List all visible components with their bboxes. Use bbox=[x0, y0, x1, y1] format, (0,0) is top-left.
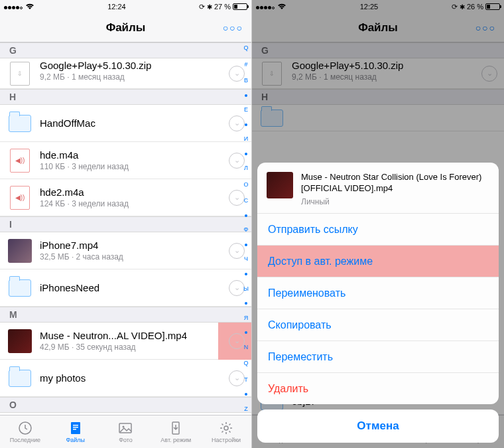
index-letter[interactable]: Z bbox=[244, 406, 248, 412]
svg-rect-2 bbox=[73, 425, 78, 426]
rotation-lock-icon: ⟳ bbox=[199, 3, 205, 11]
section-header: I bbox=[0, 216, 251, 232]
battery-icon bbox=[233, 3, 247, 10]
index-letter[interactable]: Q bbox=[243, 45, 248, 51]
tab-1[interactable]: Файлы bbox=[50, 415, 101, 448]
wifi-icon bbox=[25, 3, 34, 10]
index-letter[interactable]: N bbox=[244, 344, 249, 350]
index-dot[interactable] bbox=[245, 331, 247, 334]
index-letter[interactable]: # bbox=[244, 62, 247, 68]
svg-point-8 bbox=[224, 426, 228, 430]
list-item[interactable]: Muse - Neutron...AL VIDEO].mp442,9 МБ · … bbox=[0, 323, 251, 360]
index-dot[interactable] bbox=[245, 393, 247, 396]
file-meta: 32,5 МБ · 2 часа назад bbox=[40, 252, 218, 261]
file-name: iPhonesNeed bbox=[40, 282, 218, 293]
battery-percent: 27 % bbox=[214, 3, 231, 11]
sheet-option[interactable]: Отправить ссылку bbox=[257, 213, 499, 245]
nav-header: Файлы ○○○ bbox=[0, 13, 251, 42]
index-letter[interactable]: T bbox=[244, 377, 248, 383]
list-item[interactable]: iPhonesNeed⌄ bbox=[0, 269, 251, 307]
index-letter[interactable]: И bbox=[244, 136, 248, 142]
index-letter[interactable]: О bbox=[243, 182, 248, 188]
index-letter[interactable]: B bbox=[244, 78, 248, 84]
folder-icon bbox=[9, 115, 31, 132]
more-button[interactable]: ○○○ bbox=[223, 23, 243, 33]
video-thumb-icon bbox=[8, 239, 32, 263]
list-item[interactable]: my photos⌄ bbox=[0, 360, 251, 397]
list-item[interactable]: iPhone7.mp432,5 МБ · 2 часа назад⌄ bbox=[0, 232, 251, 269]
index-dot[interactable] bbox=[245, 153, 247, 155]
tab-icon bbox=[117, 421, 133, 435]
tab-0[interactable]: Последние bbox=[0, 415, 50, 448]
index-letter[interactable]: Я bbox=[244, 315, 249, 321]
index-dot[interactable] bbox=[245, 94, 247, 97]
file-meta: 110 КБ · 3 недели назад bbox=[40, 162, 218, 171]
audio-icon: ◀︎)) bbox=[10, 186, 30, 210]
section-index[interactable]: Q#BEИЛОСФЧЫЯNQTZ bbox=[241, 44, 251, 413]
file-name: hde.m4a bbox=[40, 149, 218, 161]
tab-label: Фото bbox=[119, 437, 133, 443]
index-letter[interactable]: Л bbox=[244, 165, 248, 171]
audio-icon: ◀︎)) bbox=[10, 149, 30, 173]
index-letter[interactable]: Ч bbox=[244, 256, 248, 262]
index-dot[interactable] bbox=[245, 273, 247, 275]
tab-2[interactable]: Фото bbox=[101, 415, 151, 448]
index-dot[interactable] bbox=[245, 123, 247, 126]
svg-rect-3 bbox=[73, 427, 78, 428]
status-time: 12:24 bbox=[107, 3, 126, 11]
tab-label: Настройки bbox=[212, 437, 241, 443]
tab-label: Файлы bbox=[66, 437, 85, 443]
sheet-option[interactable]: Удалить bbox=[257, 372, 499, 404]
file-meta: 124 КБ · 3 недели назад bbox=[40, 199, 218, 208]
zip-icon: ⇩ bbox=[10, 62, 30, 86]
tab-label: Последние bbox=[10, 437, 40, 443]
index-dot[interactable] bbox=[245, 244, 247, 246]
file-name: my photos bbox=[40, 372, 218, 384]
bluetooth-icon: ✱ bbox=[207, 3, 212, 11]
index-letter[interactable]: Q bbox=[243, 360, 248, 366]
tab-icon bbox=[68, 421, 84, 435]
file-name: Muse - Neutron...AL VIDEO].mp4 bbox=[40, 330, 218, 341]
action-sheet: Muse - Neutron Star Collision (Love Is F… bbox=[257, 163, 499, 443]
section-header: H bbox=[0, 89, 251, 105]
cancel-button[interactable]: Отмена bbox=[257, 410, 499, 443]
tab-4[interactable]: Настройки bbox=[201, 415, 251, 448]
tab-icon bbox=[168, 421, 184, 435]
index-letter[interactable]: E bbox=[244, 107, 248, 113]
index-dot[interactable] bbox=[245, 302, 247, 305]
index-dot[interactable] bbox=[245, 214, 247, 217]
sheet-option[interactable]: Доступ в авт. режиме bbox=[257, 245, 499, 277]
page-title: Файлы bbox=[106, 21, 146, 35]
video-thumb-icon bbox=[8, 329, 32, 353]
folder-icon bbox=[9, 279, 31, 297]
file-meta: 42,9 МБ · 35 секунд назад bbox=[40, 342, 218, 352]
file-list[interactable]: G⇩Google+Play+5.10.30.zip9,2 МБ · 1 меся… bbox=[0, 42, 251, 415]
sheet-option[interactable]: Скопировать bbox=[257, 309, 499, 340]
sheet-option[interactable]: Переместить bbox=[257, 340, 499, 372]
section-header: G bbox=[0, 42, 251, 58]
list-item[interactable]: ◀︎))hde.m4a110 КБ · 3 недели назад⌄ bbox=[0, 142, 251, 179]
section-header: O bbox=[0, 397, 251, 413]
folder-icon bbox=[9, 370, 31, 387]
index-letter[interactable]: С bbox=[244, 198, 249, 204]
list-item[interactable]: ◀︎))hde2.m4a124 КБ · 3 недели назад⌄ bbox=[0, 179, 251, 216]
index-letter[interactable]: Ф bbox=[244, 227, 249, 233]
list-item[interactable]: ⇩Google+Play+5.10.30.zip9,2 МБ · 1 месяц… bbox=[0, 58, 251, 89]
sheet-option[interactable]: Переименовать bbox=[257, 277, 499, 309]
signal-dots-icon bbox=[4, 3, 23, 11]
index-letter[interactable]: Ы bbox=[243, 286, 249, 292]
section-header: M bbox=[0, 307, 251, 323]
phone-right: 12:25 ⟳ ✱ 26 % Файлы ○○○ G ⇩ Google+Play… bbox=[252, 0, 504, 448]
tab-icon bbox=[218, 421, 234, 435]
list-item[interactable]: HandOffMac⌄ bbox=[0, 105, 251, 142]
tab-3[interactable]: Авт. режим bbox=[151, 415, 201, 448]
phone-left: 12:24 ⟳ ✱ 27 % Файлы ○○○ G⇩Google+Play+5… bbox=[0, 0, 252, 448]
file-name: hde2.m4a bbox=[40, 187, 218, 198]
tab-icon bbox=[17, 421, 33, 435]
video-thumb-icon bbox=[267, 172, 293, 198]
sheet-sub: Личный bbox=[301, 197, 489, 206]
sheet-file-name: Muse - Neutron Star Collision (Love Is F… bbox=[301, 172, 489, 194]
tab-bar: ПоследниеФайлыФотоАвт. режимНастройки bbox=[0, 415, 251, 448]
status-bar: 12:24 ⟳ ✱ 27 % bbox=[0, 0, 251, 13]
svg-rect-4 bbox=[73, 429, 76, 430]
